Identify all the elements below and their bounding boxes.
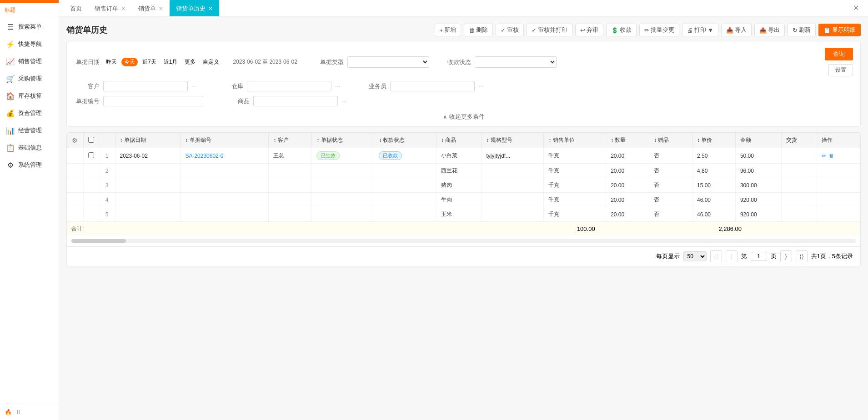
td-doc-status xyxy=(312,178,374,193)
tab-home[interactable]: 首页 xyxy=(64,0,88,16)
salesperson-more-icon[interactable]: ··· xyxy=(478,83,484,90)
td-price: 4.80 xyxy=(692,164,735,178)
toolbar-btn-audit-print[interactable]: ✓审核并打印 xyxy=(527,24,572,36)
td-check xyxy=(83,178,99,193)
select-all-checkbox[interactable] xyxy=(88,137,94,143)
th-spec: ↕ 规格型号 xyxy=(482,133,544,148)
sidebar-item-quick-nav[interactable]: ⚡快捷导航 xyxy=(0,35,59,53)
sidebar-item-operations[interactable]: 📊经营管理 xyxy=(0,122,59,139)
th-doc-date: ↕ 单据日期 xyxy=(115,133,181,148)
filter-customer: 客户 ··· xyxy=(74,81,197,91)
td-settings xyxy=(67,164,83,178)
toolbar-btn-batch-change[interactable]: ✏批量变更 xyxy=(639,24,679,36)
th-gift: ↕ 赠品 xyxy=(649,133,692,148)
action-删除-link[interactable]: 🗑 xyxy=(829,153,834,159)
prev-page-btn[interactable]: ⟨ xyxy=(726,250,738,262)
date-btn-7days[interactable]: 近7天 xyxy=(140,58,159,66)
td-product: 玉米 xyxy=(436,207,482,222)
sidebar-item-inventory[interactable]: 🏠库存核算 xyxy=(0,87,59,105)
collect-status-badge: 已收款 xyxy=(379,151,402,160)
doc-num-link[interactable]: SA-20230602-0 xyxy=(185,153,223,159)
collapse-button[interactable]: ∧ 收起更多条件 xyxy=(443,113,485,121)
toolbar-btn-audit[interactable]: ✓审核 xyxy=(496,24,524,36)
query-button[interactable]: 查询 xyxy=(825,48,853,60)
tab-sales-history[interactable]: 销货单历史✕ xyxy=(170,0,219,16)
total-records-label: 共1页，5条记录 xyxy=(811,252,853,260)
tab-close-sales-history[interactable]: ✕ xyxy=(208,5,213,12)
sidebar-item-basic-info[interactable]: 📋基础信息 xyxy=(0,139,59,156)
sidebar-logo: 标题 xyxy=(0,3,59,18)
toolbar-btn-delete[interactable]: 🗑删除 xyxy=(464,24,493,36)
filter-doc-num: 单据编号 xyxy=(74,96,203,106)
operations-icon: 📊 xyxy=(6,126,15,135)
warehouse-more-icon[interactable]: ··· xyxy=(335,83,341,90)
sidebar-item-finance[interactable]: 💰资金管理 xyxy=(0,105,59,122)
settings-icon[interactable]: ⚙ xyxy=(72,137,78,144)
sidebar-item-purchase-mgmt[interactable]: 🛒采购管理 xyxy=(0,70,59,87)
tab-close-sales-delivery[interactable]: ✕ xyxy=(159,5,163,12)
filter-salesperson: 业务员 ··· xyxy=(361,81,484,91)
sidebar-label-basic-info: 基础信息 xyxy=(18,144,42,152)
toolbar-btn-collect[interactable]: 💲收款 xyxy=(606,24,637,36)
toolbar-btn-refresh[interactable]: ↻刷新 xyxy=(788,24,816,36)
page-size-select[interactable]: 50 100 200 xyxy=(683,251,707,261)
th-collect-status: ↕ 收款状态 xyxy=(374,133,437,148)
action-编辑-link[interactable]: ✏ xyxy=(822,153,826,159)
row-checkbox[interactable] xyxy=(88,152,94,158)
toolbar-btn-discard[interactable]: ↩弃审 xyxy=(575,24,603,36)
date-btn-more[interactable]: 更多 xyxy=(182,58,198,66)
date-btn-1month[interactable]: 近1月 xyxy=(161,58,181,66)
tab-sales-order[interactable]: 销售订单✕ xyxy=(88,0,132,16)
filter-row-2: 客户 ··· 仓库 ··· 业务员 ··· xyxy=(74,81,853,91)
doc-type-select[interactable] xyxy=(347,56,429,68)
pagination: 每页显示 50 100 200 ⟨⟨ ⟨ 第 页 ⟩ ⟩⟩ 共1页，5条记录 xyxy=(67,246,860,266)
tab-label-home: 首页 xyxy=(70,5,82,13)
horizontal-scrollbar[interactable] xyxy=(71,239,856,243)
tab-close-sales-order[interactable]: ✕ xyxy=(121,5,125,12)
td-qty: 20.00 xyxy=(606,207,649,222)
toolbar-btn-show-details[interactable]: 📋显示明细 xyxy=(818,24,861,36)
date-btn-custom[interactable]: 自定义 xyxy=(200,58,222,66)
product-input[interactable] xyxy=(253,96,338,106)
td-unit: 千克 xyxy=(544,193,606,207)
warehouse-input[interactable] xyxy=(247,81,331,91)
date-btn-yesterday[interactable]: 昨天 xyxy=(103,58,120,66)
toolbar-btn-import[interactable]: 📥导入 xyxy=(721,24,752,36)
table-row: 5 玉米 千克 20.00 否 46.00 920.00 xyxy=(67,207,860,222)
sidebar-item-search[interactable]: ☰搜索菜单 xyxy=(0,18,59,35)
th-row-num xyxy=(99,133,115,148)
refresh-label: 刷新 xyxy=(799,26,811,34)
close-window-icon[interactable]: ✕ xyxy=(848,4,863,12)
first-page-btn[interactable]: ⟨⟨ xyxy=(710,250,722,262)
tab-sales-delivery[interactable]: 销货单✕ xyxy=(132,0,170,16)
last-page-btn[interactable]: ⟩⟩ xyxy=(796,250,808,262)
fire-icon[interactable]: 🔥 xyxy=(5,409,12,415)
td-product: 西兰花 xyxy=(436,164,482,178)
td-row-num: 1 xyxy=(99,148,115,164)
filter-actions: 查询 设置 xyxy=(820,48,853,76)
setting-button[interactable]: 设置 xyxy=(828,64,853,76)
td-actions xyxy=(817,178,860,193)
date-btn-today[interactable]: 今天 xyxy=(121,58,138,66)
td-qty: 20.00 xyxy=(606,178,649,193)
next-page-btn[interactable]: ⟩ xyxy=(780,250,792,262)
salesperson-input[interactable] xyxy=(390,81,475,91)
collect-status-select[interactable] xyxy=(475,56,557,68)
toolbar-btn-print[interactable]: 🖨打印▼ xyxy=(682,24,718,36)
doc-num-input[interactable] xyxy=(103,96,203,106)
customer-input[interactable] xyxy=(103,81,188,91)
td-doc-num xyxy=(181,193,269,207)
pause-icon[interactable]: ⏸ xyxy=(15,409,21,415)
page-number-input[interactable] xyxy=(751,252,767,261)
sidebar-item-sales-mgmt[interactable]: 📈销售管理 xyxy=(0,53,59,70)
scrollbar-thumb[interactable] xyxy=(71,239,126,243)
product-more-icon[interactable]: ··· xyxy=(341,98,347,105)
toolbar-btn-export[interactable]: 📤导出 xyxy=(754,24,785,36)
quick-nav-icon: ⚡ xyxy=(6,40,15,48)
toolbar-btn-add[interactable]: +新增 xyxy=(435,24,462,36)
audit-icon: ✓ xyxy=(501,27,506,34)
sidebar-item-system-mgmt[interactable]: ⚙系统管理 xyxy=(0,156,59,174)
th-price: ↕ 单价 xyxy=(692,133,735,148)
customer-more-icon[interactable]: ··· xyxy=(191,83,197,90)
export-label: 导出 xyxy=(768,26,780,34)
